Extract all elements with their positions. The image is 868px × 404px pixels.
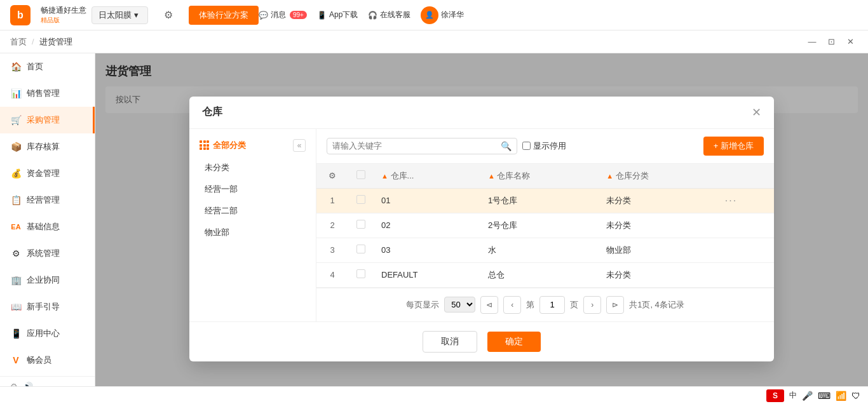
per-page-select[interactable]: 50 — [444, 297, 475, 313]
sidebar-item-base-info[interactable]: EA 基础信息 — [0, 213, 95, 240]
category-panel: 全部分类 « 未分类 经营一部 经营二部 物业部 — [189, 129, 316, 321]
row-checkbox[interactable] — [356, 269, 365, 278]
user-info[interactable]: 👤 徐泽华 — [421, 6, 464, 24]
category-item-unclassified[interactable]: 未分类 — [189, 157, 316, 178]
search-input[interactable] — [332, 141, 501, 151]
row-category: 物业部 — [599, 238, 717, 262]
sidebar-item-apps[interactable]: 📱 应用中心 — [0, 320, 95, 347]
row-actions[interactable] — [717, 213, 774, 238]
home-icon: 🏠 — [10, 61, 22, 72]
sidebar-item-system[interactable]: ⚙ 系统管理 — [0, 240, 95, 267]
row-name: 2号仓库 — [480, 213, 599, 238]
row-code: 02 — [374, 213, 480, 238]
status-settings-icon[interactable]: 🛡 — [851, 391, 860, 401]
sort-icon: ▲ — [381, 172, 388, 180]
th-actions — [717, 164, 774, 189]
sidebar-item-inventory[interactable]: 📦 库存核算 — [0, 133, 95, 160]
sidebar-item-guide[interactable]: 📖 新手引导 — [0, 293, 95, 320]
row-checkbox-cell[interactable] — [348, 262, 374, 287]
th-settings[interactable]: ⚙ — [316, 164, 348, 189]
sidebar-item-sales[interactable]: 📊 销售管理 — [0, 80, 95, 107]
enterprise-icon: 🏢 — [10, 274, 22, 286]
page-prev-btn[interactable]: ‹ — [503, 296, 521, 314]
row-category: 未分类 — [599, 262, 717, 287]
sidebar-item-purchase[interactable]: 🛒 采购管理 — [0, 107, 95, 133]
sidebar-item-operations[interactable]: 📋 经营管理 — [0, 187, 95, 213]
row-checkbox-cell[interactable] — [348, 188, 374, 213]
online-service-btn[interactable]: 🎧 在线客服 — [368, 10, 410, 20]
page-next-btn[interactable]: › — [583, 296, 601, 314]
category-item-property[interactable]: 物业部 — [189, 222, 316, 243]
breadcrumb-home[interactable]: 首页 — [10, 36, 27, 48]
row-more-btn[interactable]: ··· — [725, 195, 737, 206]
window-maximize-btn[interactable]: ⊡ — [824, 34, 839, 50]
table-row[interactable]: 3 03 水 物业部 — [316, 238, 774, 262]
trial-button[interactable]: 体验行业方案 — [189, 6, 259, 25]
category-collapse-btn[interactable]: « — [293, 139, 306, 152]
finance-icon: 💰 — [10, 168, 22, 179]
sales-icon: 📊 — [10, 88, 22, 99]
row-checkbox-cell[interactable] — [348, 213, 374, 238]
confirm-button[interactable]: 确定 — [487, 332, 541, 352]
app-download-btn[interactable]: 📱 App下载 — [317, 10, 358, 20]
table-row[interactable]: 4 DEFAULT 总仓 未分类 — [316, 262, 774, 287]
row-actions[interactable] — [717, 238, 774, 262]
row-name: 水 — [480, 238, 599, 262]
phone-icon: 📱 — [317, 11, 327, 20]
main-content: 进货管理 按以下 仓库 ✕ — [95, 53, 868, 404]
row-checkbox[interactable] — [356, 195, 365, 204]
status-mic-icon[interactable]: 🎤 — [802, 391, 813, 401]
cancel-button[interactable]: 取消 — [423, 331, 477, 353]
page-first-btn[interactable]: ⊲ — [480, 296, 498, 314]
category-item-dept1[interactable]: 经营一部 — [189, 178, 316, 200]
sidebar-item-finance[interactable]: 💰 资金管理 — [0, 160, 95, 187]
row-name: 总仓 — [480, 262, 599, 287]
row-checkbox[interactable] — [356, 245, 365, 253]
row-checkbox[interactable] — [356, 220, 365, 229]
row-code: 03 — [374, 238, 480, 262]
status-lang[interactable]: 中 — [789, 390, 797, 401]
messages-btn[interactable]: 💬 消息 99+ — [259, 10, 307, 20]
page-label: 第 — [526, 299, 534, 311]
table-body: 1 01 1号仓库 未分类 ··· 2 — [316, 188, 774, 287]
page-number-input[interactable] — [539, 296, 565, 314]
status-keyboard-icon[interactable]: ⌨ — [818, 391, 831, 401]
window-close-btn[interactable]: ✕ — [843, 34, 858, 50]
row-actions[interactable]: ··· — [717, 188, 774, 213]
search-box: 🔍 — [327, 138, 517, 154]
guide-icon: 📖 — [10, 301, 22, 313]
modal-overlay: 仓库 ✕ — [95, 53, 868, 404]
modal-header: 仓库 ✕ — [189, 97, 774, 129]
th-checkbox[interactable] — [348, 164, 374, 189]
search-icon[interactable]: 🔍 — [501, 141, 512, 151]
show-disabled-checkbox[interactable] — [522, 142, 531, 150]
table-row[interactable]: 1 01 1号仓库 未分类 ··· — [316, 188, 774, 213]
sidebar-item-home[interactable]: 🏠 首页 — [0, 53, 95, 80]
modal-title: 仓库 — [202, 105, 222, 119]
row-category: 未分类 — [599, 188, 717, 213]
operations-icon: 📋 — [10, 194, 22, 206]
window-minimize-btn[interactable]: — — [804, 34, 820, 50]
row-checkbox-cell[interactable] — [348, 238, 374, 262]
warehouse-modal: 仓库 ✕ — [189, 97, 774, 361]
status-network-icon[interactable]: 📶 — [836, 391, 846, 401]
settings-icon[interactable]: ⚙ — [158, 5, 179, 25]
sidebar-item-enterprise[interactable]: 🏢 企业协同 — [0, 267, 95, 293]
modal-close-btn[interactable]: ✕ — [752, 105, 761, 119]
header-checkbox[interactable] — [356, 170, 365, 179]
store-selector[interactable]: 日太阳膜 ▾ — [92, 6, 148, 24]
add-warehouse-btn[interactable]: + 新增仓库 — [703, 137, 764, 156]
category-header: 全部分类 « — [189, 134, 316, 157]
row-actions[interactable] — [717, 262, 774, 287]
header-left: b 畅捷通好生意 精品版 日太阳膜 ▾ ⚙ 体验行业方案 — [10, 5, 259, 25]
row-name: 1号仓库 — [480, 188, 599, 213]
category-all[interactable]: 全部分类 — [200, 140, 246, 151]
page-last-btn[interactable]: ⊳ — [606, 296, 624, 314]
table-row[interactable]: 2 02 2号仓库 未分类 — [316, 213, 774, 238]
show-disabled-label[interactable]: 显示停用 — [522, 140, 566, 152]
sidebar-item-vip[interactable]: V 畅会员 — [0, 347, 95, 374]
grid-icon — [200, 140, 209, 150]
inventory-icon: 📦 — [10, 141, 22, 152]
app-logo-text: 畅捷通好生意 精品版 — [41, 6, 86, 24]
category-item-dept2[interactable]: 经营二部 — [189, 200, 316, 222]
